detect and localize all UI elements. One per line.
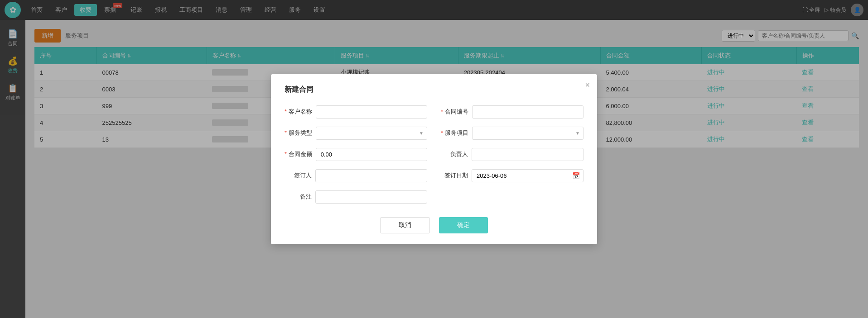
sign-date-wrapper: 📅: [472, 169, 583, 182]
notes-label: 备注: [285, 193, 312, 201]
responsible-label: 负责人: [441, 150, 468, 158]
signer-input[interactable]: [315, 169, 427, 182]
service-type-label: 服务类型: [285, 129, 312, 137]
modal-footer: 取消 确定: [285, 217, 583, 233]
modal-title: 新建合同: [285, 85, 583, 95]
form-row-1: 客户名称 合同编号: [285, 105, 583, 119]
form-row-2: 服务类型 服务项目: [285, 127, 583, 140]
modal-overlay: 新建合同 × 客户名称 合同编号 服务类型: [0, 0, 868, 318]
form-group-sign-date: 签订日期 📅: [441, 169, 583, 182]
cancel-button[interactable]: 取消: [380, 217, 430, 233]
sign-date-input[interactable]: [472, 169, 583, 182]
form-group-signer: 签订人: [285, 169, 427, 182]
customer-name-label: 客户名称: [285, 108, 312, 116]
form-group-notes-spacer: [441, 190, 583, 204]
form-row-3: 合同金额 负责人: [285, 148, 583, 161]
service-type-select-wrapper: [316, 127, 427, 140]
customer-name-input[interactable]: [316, 105, 427, 119]
confirm-button[interactable]: 确定: [439, 217, 488, 233]
modal-close-button[interactable]: ×: [585, 81, 590, 90]
service-item-select-wrapper: [472, 127, 583, 140]
responsible-input[interactable]: [472, 148, 583, 161]
form-row-4: 签订人 签订日期 📅: [285, 169, 583, 182]
form-group-notes: 备注: [285, 190, 427, 204]
contract-amount-label: 合同金额: [285, 150, 312, 158]
form-group-contract-no: 合同编号: [441, 105, 583, 119]
contract-no-input[interactable]: [472, 105, 583, 119]
contract-amount-input[interactable]: [316, 148, 427, 161]
service-item-label: 服务项目: [441, 129, 468, 137]
form-row-5: 备注: [285, 190, 583, 204]
signer-label: 签订人: [285, 171, 312, 180]
service-item-select[interactable]: [472, 127, 583, 140]
form-group-amount: 合同金额: [285, 148, 427, 161]
form-group-service-item: 服务项目: [441, 127, 583, 140]
calendar-icon: 📅: [572, 172, 580, 179]
new-contract-modal: 新建合同 × 客户名称 合同编号 服务类型: [271, 74, 597, 244]
notes-input[interactable]: [315, 190, 427, 204]
contract-no-label: 合同编号: [441, 108, 468, 116]
form-group-customer: 客户名称: [285, 105, 427, 119]
sign-date-label: 签订日期: [441, 171, 468, 180]
form-group-service-type: 服务类型: [285, 127, 427, 140]
form-group-responsible: 负责人: [441, 148, 583, 161]
service-type-select[interactable]: [316, 127, 427, 140]
